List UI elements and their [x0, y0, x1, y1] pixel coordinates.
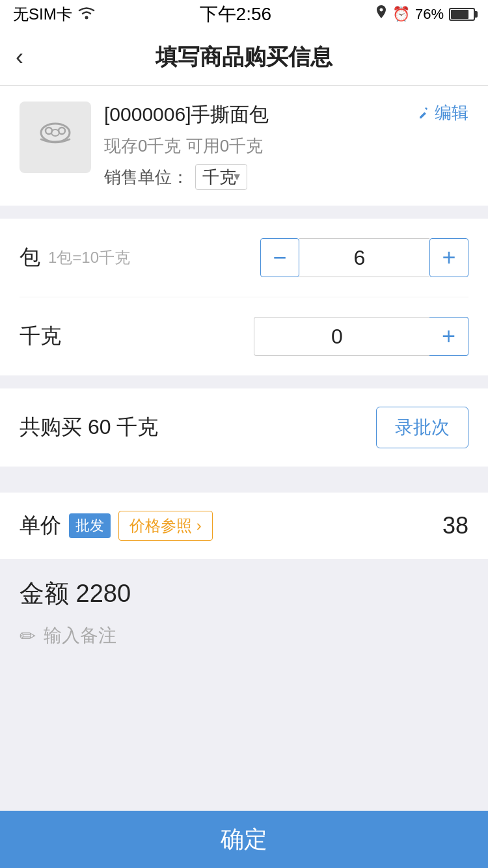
divider-2	[0, 375, 488, 388]
bag-input-section: 包 1包=10千克 − + 千克 +	[0, 219, 488, 375]
product-stock: 现存0千克 可用0千克	[104, 135, 468, 157]
divider-3	[0, 467, 488, 480]
price-label: 单价	[20, 511, 61, 540]
price-value: 38	[442, 512, 468, 539]
svg-point-4	[51, 129, 59, 136]
wifi-icon	[77, 5, 96, 23]
location-icon	[375, 5, 387, 23]
confirm-button-label: 确定	[221, 824, 267, 856]
nav-bar: ‹ 填写商品购买信息	[0, 29, 488, 86]
bag-quantity-input[interactable]	[299, 238, 429, 277]
product-unit-row: 销售单位： 千克	[104, 164, 468, 190]
product-name: [0000006]手撕面包	[104, 102, 269, 128]
bag-decrease-button[interactable]: −	[260, 238, 299, 277]
product-info: [0000006]手撕面包 编辑 现存0千克 可用0千克 销售单位： 千克	[104, 102, 468, 190]
product-image	[20, 102, 91, 173]
bag-input-controls: − +	[260, 238, 468, 277]
kg-quantity-input[interactable]	[254, 317, 429, 356]
product-section: [0000006]手撕面包 编辑 现存0千克 可用0千克 销售单位： 千克	[0, 86, 488, 206]
status-time: 下午2:56	[200, 2, 272, 27]
bag-input-row: 包 1包=10千克 − +	[20, 219, 468, 297]
battery-text: 76%	[415, 6, 444, 23]
bag-increase-button[interactable]: +	[429, 238, 468, 277]
price-tag: 批发	[69, 513, 111, 538]
confirm-button[interactable]: 确定	[0, 811, 488, 868]
svg-point-0	[85, 16, 88, 20]
kg-input-controls: +	[254, 317, 468, 356]
status-bar: 无SIM卡 下午2:56 ⏰ 76%	[0, 0, 488, 29]
summary-section: 共购买 60 千克 录批次	[0, 388, 488, 467]
amount-section: 金额 2280 ✏ 输入备注	[0, 559, 488, 658]
remark-text: 输入备注	[44, 623, 116, 648]
bag-label: 包 1包=10千克	[20, 243, 130, 272]
page-title: 填写商品购买信息	[156, 42, 332, 72]
amount-label: 金额 2280	[20, 580, 131, 607]
amount-row: 金额 2280	[20, 577, 468, 610]
kg-input-row: 千克 +	[20, 297, 468, 375]
status-left: 无SIM卡	[13, 4, 96, 25]
pencil-icon: ✏	[20, 625, 36, 647]
remark-row[interactable]: ✏ 输入备注	[20, 623, 468, 648]
bag-sublabel: 1包=10千克	[48, 247, 130, 268]
kg-increase-button[interactable]: +	[429, 317, 468, 356]
unit-select-wrapper[interactable]: 千克	[195, 164, 247, 190]
unit-label: 销售单位：	[104, 166, 189, 189]
kg-label: 千克	[20, 322, 61, 351]
carrier-text: 无SIM卡	[13, 4, 72, 25]
price-ref-button[interactable]: 价格参照 ›	[118, 511, 213, 541]
back-button[interactable]: ‹	[16, 44, 23, 71]
price-left: 单价 批发 价格参照 ›	[20, 511, 213, 541]
edit-button[interactable]: 编辑	[418, 102, 468, 124]
divider-1	[0, 206, 488, 219]
battery-icon	[449, 8, 475, 21]
alarm-icon: ⏰	[392, 6, 410, 23]
unit-select[interactable]: 千克	[195, 164, 247, 190]
bottom-spacer	[0, 658, 488, 716]
summary-text: 共购买 60 千克	[20, 413, 158, 442]
batch-button[interactable]: 录批次	[376, 407, 468, 448]
status-right: ⏰ 76%	[375, 5, 475, 23]
price-section: 单价 批发 价格参照 › 38	[0, 493, 488, 559]
